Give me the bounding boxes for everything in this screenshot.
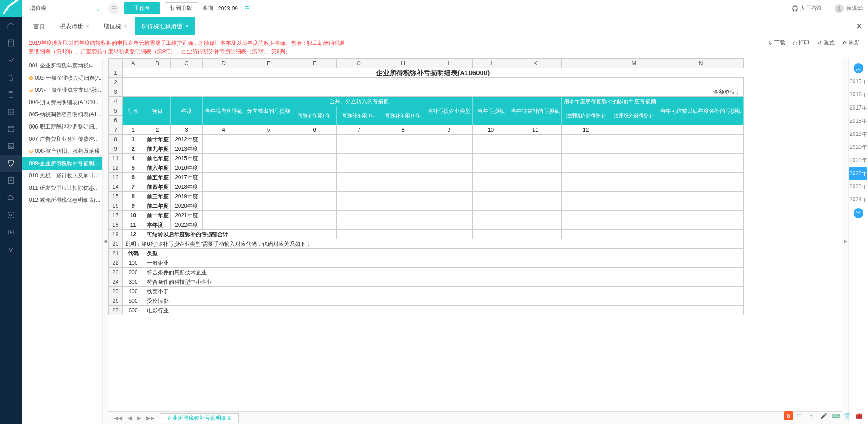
cell[interactable] xyxy=(381,192,425,201)
cell[interactable]: 前二年度 xyxy=(144,201,171,211)
cell[interactable] xyxy=(509,173,562,182)
col-header-K[interactable]: K xyxy=(509,59,562,68)
cell[interactable] xyxy=(425,182,473,192)
cell[interactable] xyxy=(337,144,381,154)
reset-button[interactable]: ↺重置 xyxy=(817,39,835,47)
tab-1[interactable]: 税表清册× xyxy=(53,17,95,35)
cell[interactable] xyxy=(658,173,744,182)
cell[interactable] xyxy=(610,182,658,192)
cell[interactable] xyxy=(610,230,658,239)
cell[interactable]: 2013年度 xyxy=(171,144,203,154)
col-header-J[interactable]: J xyxy=(473,59,509,68)
nav-clipboard-icon[interactable] xyxy=(0,86,22,103)
tree-item-4[interactable]: 005-纳税调整项目明细表(A1... xyxy=(22,109,102,121)
cell[interactable] xyxy=(292,220,337,230)
collapse-tree-handle[interactable]: ◀ xyxy=(102,58,108,424)
cell[interactable] xyxy=(337,192,381,201)
cell[interactable] xyxy=(562,192,610,201)
cell[interactable] xyxy=(509,163,562,173)
cell[interactable] xyxy=(292,135,337,144)
cell[interactable] xyxy=(425,192,473,201)
cell[interactable] xyxy=(245,154,292,163)
ime-lang-icon[interactable]: 中 xyxy=(796,411,805,420)
nav-settings-icon[interactable] xyxy=(0,206,22,224)
calendar-icon[interactable]: ☶ xyxy=(244,5,249,12)
cell[interactable] xyxy=(381,201,425,211)
cell[interactable] xyxy=(509,201,562,211)
cell[interactable] xyxy=(381,173,425,182)
cell[interactable] xyxy=(509,211,562,220)
history-icon[interactable]: ☰ xyxy=(108,3,119,14)
cell[interactable]: 可结转以后年度弥补的亏损额合计 xyxy=(144,230,245,239)
col-header-C[interactable]: C xyxy=(171,59,203,68)
cell[interactable] xyxy=(562,230,610,239)
cell[interactable] xyxy=(658,211,744,220)
cell[interactable] xyxy=(292,230,337,239)
cell[interactable] xyxy=(381,230,425,239)
ime-keyboard-icon[interactable]: ⌨ xyxy=(831,411,840,420)
cell[interactable] xyxy=(610,154,658,163)
cell[interactable] xyxy=(425,201,473,211)
hdr-c2[interactable]: 分立转出的亏损额 xyxy=(245,97,292,125)
col-num[interactable]: 10 xyxy=(473,125,509,135)
cell[interactable] xyxy=(658,220,744,230)
cell[interactable]: 前六年度 xyxy=(144,163,171,173)
close-icon[interactable]: × xyxy=(86,23,89,29)
cell[interactable] xyxy=(610,192,658,201)
cell[interactable] xyxy=(245,144,292,154)
cell[interactable] xyxy=(292,163,337,173)
year-2019年[interactable]: 2019年 xyxy=(849,128,867,141)
cell[interactable] xyxy=(658,135,744,144)
ime-toolbox-icon[interactable]: 🧰 xyxy=(854,411,863,420)
cell[interactable]: 2017年度 xyxy=(171,173,203,182)
cell[interactable] xyxy=(203,211,245,220)
cell[interactable]: 2 xyxy=(123,144,144,154)
refresh-button[interactable]: ⟳刷新 xyxy=(843,39,860,47)
cell[interactable] xyxy=(562,173,610,182)
ime-logo-icon[interactable]: S xyxy=(784,411,793,420)
year-2021年[interactable]: 2021年 xyxy=(849,154,867,167)
nav-image-icon[interactable] xyxy=(0,138,22,155)
cell[interactable] xyxy=(245,220,292,230)
cell[interactable] xyxy=(610,125,744,135)
cell[interactable]: 1 xyxy=(123,135,144,144)
year-2015年[interactable]: 2015年 xyxy=(849,75,867,88)
cell[interactable] xyxy=(658,154,744,163)
cell[interactable] xyxy=(203,135,245,144)
cell[interactable] xyxy=(658,144,744,154)
print-button[interactable]: ⎙打印 xyxy=(793,39,809,47)
cell[interactable]: 符合条件的科技型中小企业 xyxy=(144,277,744,287)
col-num[interactable]: 6 xyxy=(292,125,337,135)
cell[interactable]: 代码 xyxy=(123,249,144,258)
nav-export-icon[interactable] xyxy=(0,172,22,189)
tree-item-1[interactable]: 002-一般企业收入明细表(A... xyxy=(22,72,102,84)
col-num[interactable]: 1 xyxy=(123,125,144,135)
cell[interactable] xyxy=(658,201,744,211)
cell[interactable] xyxy=(425,135,473,144)
cell[interactable] xyxy=(292,192,337,201)
hdr-row[interactable]: 行次 xyxy=(123,97,144,125)
cell[interactable] xyxy=(203,192,245,201)
tree-item-8[interactable]: 009-企业所得税弥补亏损明... xyxy=(22,157,102,170)
col-num[interactable]: 11 xyxy=(509,125,562,135)
cell[interactable]: 线宽小于 xyxy=(144,287,744,296)
col-num[interactable]: 3 xyxy=(171,125,203,135)
nav-tax-icon[interactable] xyxy=(0,155,22,172)
cell[interactable] xyxy=(292,144,337,154)
col-header-A[interactable]: A xyxy=(123,59,144,68)
year-2016年[interactable]: 2016年 xyxy=(849,88,867,101)
cell[interactable] xyxy=(292,173,337,182)
cell[interactable] xyxy=(203,182,245,192)
cell[interactable] xyxy=(292,201,337,211)
cell[interactable]: 2016年度 xyxy=(171,163,203,173)
close-icon[interactable]: × xyxy=(124,23,127,29)
sheet-tab[interactable]: 企业所得税弥补亏损明细表 xyxy=(160,413,239,423)
cell[interactable]: 受疫情影 xyxy=(144,296,744,306)
cell[interactable]: 前一年度 xyxy=(144,211,171,220)
cell[interactable] xyxy=(509,192,562,201)
cell[interactable]: 10 xyxy=(123,211,144,220)
cell[interactable]: 可弥补年限10年 xyxy=(381,106,425,125)
cell[interactable]: 2012年度 xyxy=(171,135,203,144)
cell[interactable] xyxy=(245,173,292,182)
cell[interactable] xyxy=(381,144,425,154)
